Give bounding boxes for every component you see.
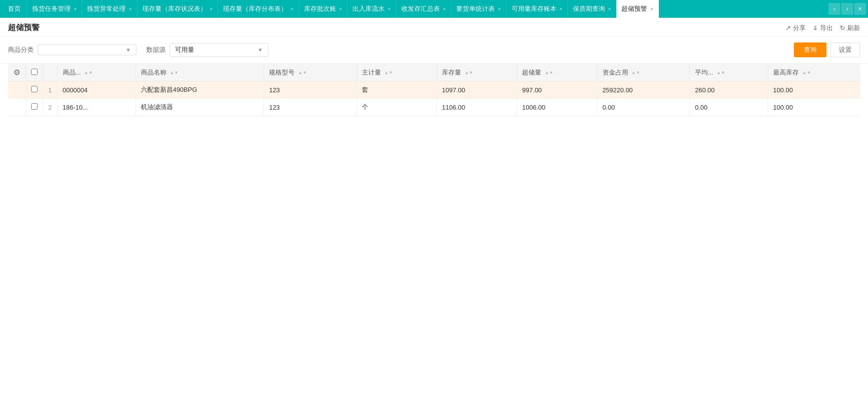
query-button[interactable]: 查询 bbox=[794, 42, 826, 57]
share-icon: ↗ bbox=[785, 24, 791, 32]
row-stock: 1106.00 bbox=[437, 99, 517, 116]
row-unit: 个 bbox=[356, 99, 436, 116]
table-row: 1 0000004 六配套新昌490BPG 123 套 1097.00 997.… bbox=[8, 81, 860, 99]
nav-tab-9[interactable]: 可用量库存账本 × bbox=[507, 0, 568, 18]
table-wrapper: ⚙ 商品... ▲▼ 商品名称 ▲▼ 规格型号 ▲▼ bbox=[0, 64, 868, 116]
col-header-checkbox bbox=[26, 64, 43, 81]
filter-category-select[interactable]: ▼ bbox=[38, 44, 136, 55]
row-product-code: 0000004 bbox=[57, 81, 135, 99]
nav-tab-4[interactable]: 现存量（库存分布表） × bbox=[218, 0, 299, 18]
filter-row: 商品分类 ▼ 数据源 可用量 ▼ 查询 设置 bbox=[0, 37, 868, 64]
nav-tab-1[interactable]: 拣货任务管理 × bbox=[27, 0, 82, 18]
row-unit: 套 bbox=[356, 81, 436, 99]
row-checkbox-0[interactable] bbox=[31, 86, 38, 92]
sort-icon-avg: ▲▼ bbox=[716, 71, 725, 75]
row-spec: 123 bbox=[264, 81, 356, 99]
nav-close-2[interactable]: × bbox=[129, 6, 131, 12]
nav-close-9[interactable]: × bbox=[560, 6, 563, 12]
col-header-max-stock[interactable]: 最高库存 ▲▼ bbox=[768, 64, 860, 81]
page-header: 超储预警 ↗ 分享 ⇓ 导出 ↻ 刷新 bbox=[0, 18, 868, 37]
row-capital: 259220.00 bbox=[597, 81, 690, 99]
table-gear-icon[interactable]: ⚙ bbox=[13, 68, 20, 77]
row-product-name: 机油滤清器 bbox=[135, 99, 264, 116]
nav-tab-5[interactable]: 库存批次账 × bbox=[299, 0, 347, 18]
row-checkbox-1[interactable] bbox=[31, 103, 38, 110]
export-button[interactable]: ⇓ 导出 bbox=[813, 24, 833, 33]
row-avg: 0.00 bbox=[690, 99, 768, 116]
nav-next-button[interactable]: › bbox=[841, 3, 853, 15]
nav-tab-6[interactable]: 出入库流水 × bbox=[347, 0, 396, 18]
row-avg: 260.00 bbox=[690, 81, 768, 99]
sort-icon-product-code: ▲▼ bbox=[84, 71, 93, 75]
nav-close-5[interactable]: × bbox=[339, 6, 342, 12]
refresh-button[interactable]: ↻ 刷新 bbox=[840, 24, 860, 33]
export-icon: ⇓ bbox=[813, 24, 818, 32]
col-header-settings: ⚙ bbox=[8, 64, 26, 81]
filter-category-label: 商品分类 bbox=[8, 45, 34, 54]
nav-close-6[interactable]: × bbox=[388, 6, 391, 12]
select-all-checkbox[interactable] bbox=[31, 69, 38, 75]
nav-close-8[interactable]: × bbox=[498, 6, 501, 12]
row-num: 2 bbox=[43, 99, 57, 116]
col-header-stock[interactable]: 库存量 ▲▼ bbox=[437, 64, 517, 81]
nav-close-11[interactable]: × bbox=[650, 6, 653, 12]
sort-icon-product-name: ▲▼ bbox=[170, 71, 178, 75]
sort-icon-spec: ▲▼ bbox=[298, 71, 307, 75]
filter-buttons: 查询 设置 bbox=[794, 42, 860, 57]
row-overstock: 997.00 bbox=[517, 81, 597, 99]
col-header-product-code[interactable]: 商品... ▲▼ bbox=[57, 64, 135, 81]
filter-group-datasource: 数据源 可用量 ▼ bbox=[146, 43, 268, 57]
row-max-stock: 100.00 bbox=[768, 99, 860, 116]
sort-icon-unit: ▲▼ bbox=[384, 71, 393, 75]
filter-datasource-value: 可用量 bbox=[175, 45, 194, 54]
row-checkbox-cell bbox=[26, 99, 43, 116]
row-product-name: 六配套新昌490BPG bbox=[135, 81, 264, 99]
col-header-spec[interactable]: 规格型号 ▲▼ bbox=[264, 64, 356, 81]
col-header-num bbox=[43, 64, 57, 81]
nav-home[interactable]: 首页 bbox=[2, 0, 27, 18]
sort-icon-max-stock: ▲▼ bbox=[802, 71, 811, 75]
nav-close-4[interactable]: × bbox=[290, 6, 293, 12]
table-header-row: ⚙ 商品... ▲▼ 商品名称 ▲▼ 规格型号 ▲▼ bbox=[8, 64, 860, 81]
settings-button[interactable]: 设置 bbox=[830, 42, 860, 57]
top-nav: 首页 拣货任务管理 × 拣货异常处理 × 现存量（库存状况表） × 现存量（库存… bbox=[0, 0, 868, 18]
nav-arrows: ‹ › × bbox=[828, 3, 866, 15]
row-max-stock: 100.00 bbox=[768, 81, 860, 99]
nav-tab-7[interactable]: 收发存汇总表 × bbox=[396, 0, 451, 18]
filter-datasource-label: 数据源 bbox=[146, 45, 166, 54]
chevron-down-icon: ▼ bbox=[126, 47, 131, 53]
data-table: ⚙ 商品... ▲▼ 商品名称 ▲▼ 规格型号 ▲▼ bbox=[8, 64, 860, 116]
row-num: 1 bbox=[43, 81, 57, 99]
nav-close-10[interactable]: × bbox=[608, 6, 611, 12]
nav-close-3[interactable]: × bbox=[210, 6, 213, 12]
nav-close-1[interactable]: × bbox=[74, 6, 77, 12]
nav-tab-3[interactable]: 现存量（库存状况表） × bbox=[137, 0, 218, 18]
row-spec: 123 bbox=[264, 99, 356, 116]
table-row: 2 186-10... 机油滤清器 123 个 1106.00 1006.00 … bbox=[8, 99, 860, 116]
refresh-icon: ↻ bbox=[840, 24, 845, 32]
col-header-product-name[interactable]: 商品名称 ▲▼ bbox=[135, 64, 264, 81]
row-overstock: 1006.00 bbox=[517, 99, 597, 116]
col-header-capital[interactable]: 资金占用 ▲▼ bbox=[597, 64, 690, 81]
row-settings bbox=[8, 99, 26, 116]
col-header-overstock[interactable]: 超储量 ▲▼ bbox=[517, 64, 597, 81]
nav-close-7[interactable]: × bbox=[443, 6, 446, 12]
nav-prev-button[interactable]: ‹ bbox=[828, 3, 840, 15]
row-settings bbox=[8, 81, 26, 99]
nav-tab-10[interactable]: 保质期查询 × bbox=[568, 0, 616, 18]
nav-tab-11[interactable]: 超储预警 × bbox=[616, 0, 658, 18]
row-checkbox-cell bbox=[26, 81, 43, 99]
nav-more-button[interactable]: × bbox=[854, 3, 866, 15]
chevron-down-icon-2: ▼ bbox=[258, 47, 263, 53]
filter-datasource-select[interactable]: 可用量 ▼ bbox=[170, 43, 268, 57]
page-title: 超储预警 bbox=[8, 23, 40, 33]
row-stock: 1097.00 bbox=[437, 81, 517, 99]
col-header-avg[interactable]: 平均... ▲▼ bbox=[690, 64, 768, 81]
sort-icon-stock: ▲▼ bbox=[465, 71, 474, 75]
nav-tab-2[interactable]: 拣货异常处理 × bbox=[82, 0, 137, 18]
nav-tab-8[interactable]: 要货单统计表 × bbox=[451, 0, 506, 18]
header-actions: ↗ 分享 ⇓ 导出 ↻ 刷新 bbox=[785, 24, 860, 33]
share-button[interactable]: ↗ 分享 bbox=[785, 24, 806, 33]
col-header-unit[interactable]: 主计量 ▲▼ bbox=[356, 64, 436, 81]
row-product-code: 186-10... bbox=[57, 99, 135, 116]
